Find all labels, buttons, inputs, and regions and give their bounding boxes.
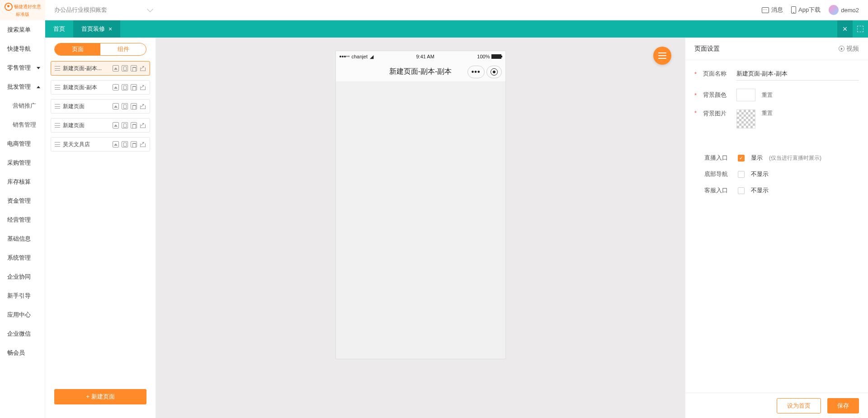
home-icon[interactable] — [113, 103, 119, 109]
brand-icon — [5, 3, 13, 11]
sidebar-item-4[interactable]: 营销推广 — [0, 96, 45, 115]
message-icon — [762, 7, 769, 13]
sidebar-item-10[interactable]: 经营管理 — [0, 210, 45, 229]
home-icon[interactable] — [113, 65, 119, 71]
user-name: demo2 — [841, 7, 859, 14]
fullscreen-icon — [857, 26, 863, 32]
copy-icon[interactable] — [122, 141, 128, 147]
tabbar: 首页 首页装修 × × — [45, 20, 868, 38]
bg-color-swatch[interactable] — [736, 89, 755, 101]
brand-text: 畅捷通好生意 — [14, 4, 41, 10]
bg-image-reset[interactable]: 重置 — [762, 109, 773, 117]
copy-icon[interactable] — [122, 103, 128, 109]
page-item-3[interactable]: 新建页面 — [51, 118, 150, 133]
drag-icon[interactable] — [55, 123, 60, 128]
live-hint: (仅当进行直播时展示) — [769, 154, 821, 162]
delete-icon[interactable] — [131, 65, 137, 71]
account-name: 办公品行业模拟账套 — [54, 6, 107, 14]
drag-icon[interactable] — [55, 142, 60, 147]
page-list: 新建页面-副本...新建页面-副本新建页面新建页面昊天文具店 — [45, 61, 156, 152]
page-item-0[interactable]: 新建页面-副本... — [51, 61, 150, 76]
external-link-icon[interactable] — [140, 141, 146, 147]
segment-page[interactable]: 页面 — [55, 43, 100, 55]
float-menu-button[interactable] — [653, 47, 671, 65]
tab-home-label: 首页 — [53, 25, 65, 33]
sidebar-item-3[interactable]: 批发管理 — [0, 77, 45, 96]
sidebar-item-12[interactable]: 系统管理 — [0, 248, 45, 267]
delete-icon[interactable] — [131, 103, 137, 109]
bg-color-reset[interactable]: 重置 — [762, 91, 773, 99]
sidebar-item-16[interactable]: 企业微信 — [0, 324, 45, 343]
new-page-button[interactable]: + 新建页面 — [54, 389, 146, 404]
external-link-icon[interactable] — [140, 103, 146, 109]
tab-close-icon[interactable]: × — [108, 25, 112, 33]
external-link-icon[interactable] — [140, 84, 146, 90]
sidebar-item-6[interactable]: 电商管理 — [0, 134, 45, 153]
segment-component[interactable]: 组件 — [100, 43, 146, 55]
account-selector[interactable]: 办公品行业模拟账套 — [54, 6, 152, 14]
edition-label: 标准版 — [16, 11, 29, 18]
video-help-button[interactable]: 视频 — [839, 45, 859, 53]
delete-icon[interactable] — [131, 84, 137, 90]
sidebar-item-0[interactable]: 搜索菜单 — [0, 20, 45, 39]
drag-icon[interactable] — [55, 85, 60, 90]
messages-button[interactable]: 消息 — [762, 6, 783, 14]
service-checkbox[interactable] — [738, 187, 745, 194]
page-item-label: 新建页面-副本 — [63, 84, 110, 91]
external-link-icon[interactable] — [140, 122, 146, 128]
live-checkbox[interactable] — [738, 155, 745, 162]
bg-image-picker[interactable] — [736, 109, 755, 128]
delete-icon[interactable] — [131, 141, 137, 147]
page-item-label: 新建页面 — [63, 103, 110, 110]
page-item-label: 昊天文具店 — [63, 141, 110, 148]
app-download-button[interactable]: App下载 — [791, 6, 821, 14]
sidebar-item-11[interactable]: 基础信息 — [0, 229, 45, 248]
delete-icon[interactable] — [131, 122, 137, 128]
required-icon: * — [694, 109, 697, 116]
sidebar-item-2[interactable]: 零售管理 — [0, 58, 45, 77]
wifi-icon: ◢ — [370, 54, 373, 60]
page-item-2[interactable]: 新建页面 — [51, 99, 150, 114]
save-button[interactable]: 保存 — [827, 398, 859, 413]
topbar: 畅捷通好生意 标准版 办公品行业模拟账套 消息 App下载 demo2 — [0, 0, 868, 20]
sidebar-item-7[interactable]: 采购管理 — [0, 153, 45, 172]
time-label: 9:41 AM — [416, 54, 434, 59]
page-name-input[interactable] — [736, 67, 859, 81]
page-list-panel: 页面 组件 新建页面-副本...新建页面-副本新建页面新建页面昊天文具店 + 新… — [45, 38, 156, 418]
live-entry-label: 直播入口 — [704, 154, 731, 162]
sidebar-item-17[interactable]: 畅会员 — [0, 343, 45, 362]
page-item-4[interactable]: 昊天文具店 — [51, 137, 150, 152]
sidebar-item-9[interactable]: 资金管理 — [0, 191, 45, 210]
home-icon[interactable] — [113, 84, 119, 90]
phone-title: 新建页面-副本-副本 — [389, 67, 452, 76]
sidebar-item-5[interactable]: 销售管理 — [0, 115, 45, 134]
logo: 畅捷通好生意 标准版 — [0, 0, 45, 20]
sidebar-item-1[interactable]: 快捷导航 — [0, 39, 45, 58]
user-menu[interactable]: demo2 — [829, 5, 859, 15]
bottom-nav-checkbox[interactable] — [738, 171, 745, 178]
settings-panel: 页面设置 视频 * 页面名称 * 背景颜色 重置 — [685, 38, 868, 418]
sidebar-item-13[interactable]: 企业协同 — [0, 267, 45, 286]
copy-icon[interactable] — [122, 84, 128, 90]
home-icon[interactable] — [113, 141, 119, 147]
sidebar-item-15[interactable]: 应用中心 — [0, 305, 45, 324]
fullscreen-button[interactable] — [853, 20, 868, 38]
messages-label: 消息 — [771, 6, 783, 14]
close-panel-button[interactable]: × — [837, 20, 853, 38]
sidebar-item-8[interactable]: 库存核算 — [0, 172, 45, 191]
drag-icon[interactable] — [55, 66, 60, 71]
sidebar-item-14[interactable]: 新手引导 — [0, 286, 45, 305]
miniapp-close[interactable] — [486, 66, 502, 78]
battery-label: 100% — [477, 54, 490, 59]
home-icon[interactable] — [113, 122, 119, 128]
drag-icon[interactable] — [55, 104, 60, 109]
tab-decor[interactable]: 首页装修 × — [73, 20, 120, 38]
copy-icon[interactable] — [122, 65, 128, 71]
copy-icon[interactable] — [122, 122, 128, 128]
page-item-1[interactable]: 新建页面-副本 — [51, 80, 150, 95]
set-home-button[interactable]: 设为首页 — [777, 398, 821, 413]
external-link-icon[interactable] — [140, 65, 146, 71]
app-label: App下载 — [798, 6, 821, 14]
miniapp-menu[interactable]: ••• — [467, 66, 485, 78]
tab-home[interactable]: 首页 — [45, 20, 73, 38]
